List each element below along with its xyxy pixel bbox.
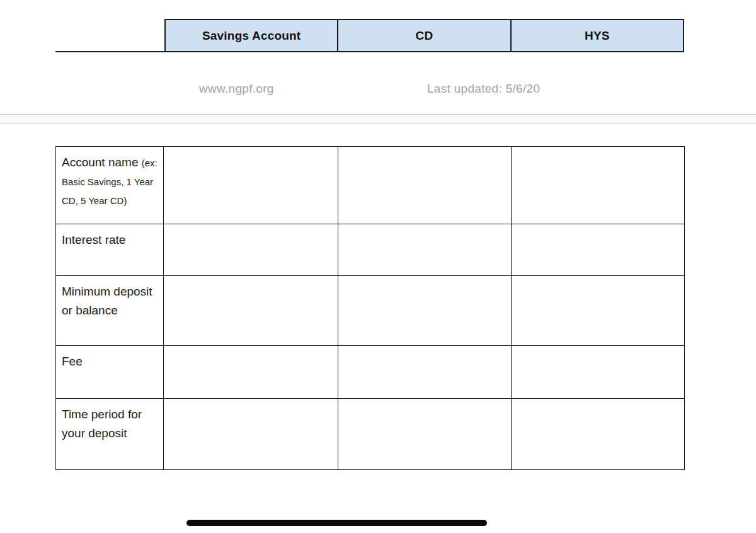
row-label-interest-rate: Interest rate bbox=[56, 224, 164, 276]
row-label-text: Account name bbox=[62, 156, 138, 169]
document-viewer-screen: Savings Account CD HYS www.ngpf.org Last… bbox=[0, 0, 756, 533]
cell-time-period-hys[interactable] bbox=[512, 399, 685, 470]
cell-minimum-deposit-hys[interactable] bbox=[512, 276, 685, 346]
cell-interest-rate-cd[interactable] bbox=[338, 224, 512, 276]
row-label-text: Time period for your deposit bbox=[62, 408, 142, 440]
cell-account-name-savings-account[interactable] bbox=[164, 147, 338, 224]
row-label-fee: Fee bbox=[56, 346, 164, 399]
row-label-time-period: Time period for your deposit bbox=[56, 399, 164, 470]
cell-account-name-cd[interactable] bbox=[338, 147, 512, 224]
row-label-text: Minimum deposit or balance bbox=[62, 285, 152, 317]
table-row-interest-rate: Interest rate bbox=[56, 224, 685, 276]
home-indicator-bar[interactable] bbox=[186, 520, 487, 526]
cell-time-period-savings-account[interactable] bbox=[164, 399, 338, 470]
column-header-cd: CD bbox=[338, 19, 511, 52]
cell-fee-cd[interactable] bbox=[338, 346, 512, 399]
row-label-minimum-deposit: Minimum deposit or balance bbox=[56, 276, 164, 346]
table-row-account-name: Account name (ex: Basic Savings, 1 Year … bbox=[56, 147, 685, 224]
column-header-label: Savings Account bbox=[202, 29, 301, 43]
cell-interest-rate-hys[interactable] bbox=[512, 224, 685, 276]
table-row-minimum-deposit: Minimum deposit or balance bbox=[56, 276, 685, 346]
column-header-label: HYS bbox=[585, 29, 610, 43]
previous-table-label-column-edge bbox=[55, 19, 164, 52]
page-break-divider bbox=[0, 114, 756, 123]
column-header-savings-account: Savings Account bbox=[164, 19, 338, 52]
column-header-label: CD bbox=[416, 29, 433, 43]
table-row-fee: Fee bbox=[56, 346, 685, 399]
cell-fee-savings-account[interactable] bbox=[164, 346, 338, 399]
cell-minimum-deposit-cd[interactable] bbox=[338, 276, 512, 346]
cell-account-name-hys[interactable] bbox=[512, 147, 685, 224]
cell-interest-rate-savings-account[interactable] bbox=[164, 224, 338, 276]
page-footer-last-updated: Last updated: 5/6/20 bbox=[427, 82, 540, 96]
row-label-account-name: Account name (ex: Basic Savings, 1 Year … bbox=[56, 147, 164, 224]
cell-time-period-cd[interactable] bbox=[338, 399, 512, 470]
cell-minimum-deposit-savings-account[interactable] bbox=[164, 276, 338, 346]
comparison-table: Account name (ex: Basic Savings, 1 Year … bbox=[55, 146, 685, 470]
table-row-time-period: Time period for your deposit bbox=[56, 399, 685, 470]
column-header-hys: HYS bbox=[512, 19, 684, 52]
page-footer-url: www.ngpf.org bbox=[199, 82, 274, 96]
cell-fee-hys[interactable] bbox=[512, 346, 685, 399]
previous-page-table-header-row: Savings Account CD HYS bbox=[55, 19, 684, 52]
row-label-text: Fee bbox=[62, 355, 83, 368]
row-label-text: Interest rate bbox=[62, 233, 125, 246]
